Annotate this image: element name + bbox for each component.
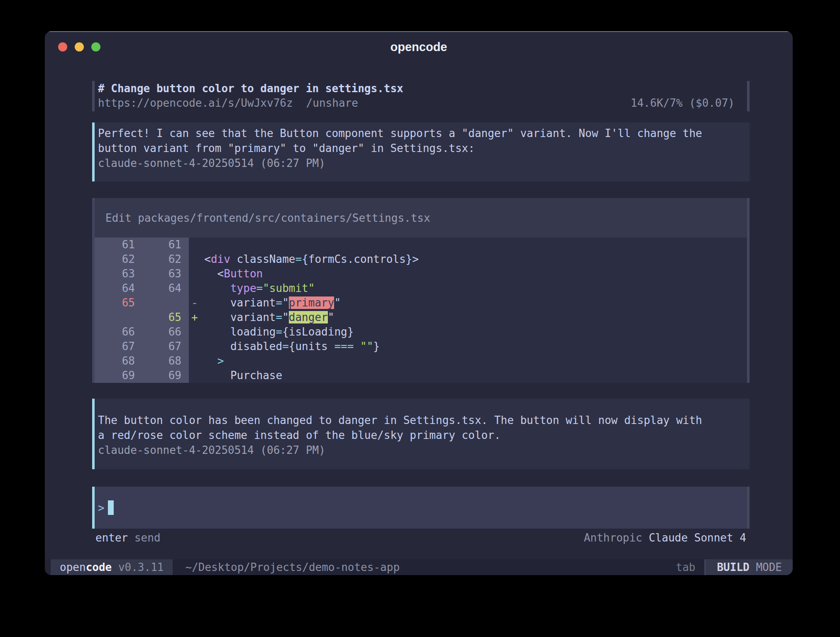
message-line: button variant from "primary" to "danger…: [92, 141, 750, 156]
diff-row: 6666 loading={isLoading}: [95, 325, 747, 339]
message-line: The button color has been changed to dan…: [92, 413, 750, 428]
session-title: # Change button color to danger in setti…: [92, 81, 750, 96]
diff-row: 6363 <Button: [95, 267, 747, 281]
session-header: # Change button color to danger in setti…: [92, 81, 750, 111]
diff-row: 6767 disabled={units === ""}: [95, 339, 747, 354]
diff-marker: -: [191, 296, 198, 310]
diff-old-line-number: 63: [95, 267, 135, 281]
message-line: Perfect! I can see that the Button compo…: [92, 126, 750, 141]
diff-gutter-pad: [181, 310, 189, 325]
code-segment: variant: [191, 296, 276, 309]
code-segment: =: [276, 326, 283, 338]
diff-old-line-number: 62: [95, 252, 135, 267]
code-segment: >: [217, 355, 224, 367]
diff-row: 65- variant="primary": [95, 296, 747, 310]
diff-right-rule: [747, 198, 750, 383]
prompt-input[interactable]: >: [92, 487, 750, 529]
code-segment: =: [256, 282, 263, 294]
diff-old-line-number: 66: [95, 325, 135, 339]
diff-code-line: - variant="primary": [189, 296, 747, 310]
diff-new-line-number: 64: [135, 281, 181, 296]
diff-gutter-pad: [181, 325, 189, 339]
code-segment: [191, 355, 217, 367]
diff-new-line-number: 66: [135, 325, 181, 339]
diff-old-line-number: 65: [95, 296, 135, 310]
session-spacer: [358, 96, 631, 110]
code-segment: variant: [191, 311, 276, 323]
working-directory: ~/Desktop/Projects/demo-notes-app: [185, 559, 400, 575]
diff-new-line-number: 67: [135, 339, 181, 354]
assistant-message: The button color has been changed to dan…: [92, 399, 750, 469]
code-segment: =: [282, 340, 289, 353]
diff-gutter-pad: [181, 296, 189, 310]
diff-row: 65+ variant="danger": [95, 310, 747, 325]
app-version: v0.3.11: [112, 561, 164, 573]
code-segment: "": [360, 340, 373, 353]
context-stats: 14.6K/7% ($0.07): [631, 96, 735, 110]
mode-suffix: MODE: [756, 561, 782, 573]
message-accent-bar: [92, 122, 95, 181]
unshare-command[interactable]: /unshare: [306, 96, 358, 110]
hint-row: enter send Anthropic Claude Sonnet 4: [92, 530, 750, 545]
code-segment: danger: [289, 311, 328, 323]
diff-code-line: loading={isLoading}: [189, 325, 747, 339]
diff-old-line-number: [95, 310, 135, 325]
code-segment: loading: [191, 326, 276, 338]
app-version-chip: opencode v0.3.11: [51, 559, 173, 575]
code-segment: type: [230, 282, 256, 294]
code-segment: Button: [224, 267, 263, 280]
diff-row: 6868 >: [95, 354, 747, 368]
code-segment: =: [295, 253, 302, 265]
session-right-rule: [747, 81, 750, 111]
diff-marker: +: [191, 310, 198, 325]
hints-spacer: [161, 530, 584, 545]
code-segment: }: [373, 340, 380, 353]
diff-gutter-pad: [181, 267, 189, 281]
code-segment: [354, 340, 360, 353]
diff-left-rule: [92, 198, 95, 383]
build-mode-badge: BUILD MODE: [706, 559, 793, 575]
diff-gutter-pad: [181, 281, 189, 296]
app-name: open: [60, 561, 86, 573]
opencode-terminal-window: opencode # Change button color to danger…: [45, 31, 793, 575]
statusbar-spacer: [400, 559, 676, 575]
diff-gutter-pad: [181, 252, 189, 267]
diff-old-line-number: 68: [95, 354, 135, 368]
diff-old-line-number: 67: [95, 339, 135, 354]
message-accent-bar: [92, 399, 95, 469]
code-segment: Purchase: [191, 369, 282, 382]
model-name: Claude Sonnet 4: [649, 530, 746, 545]
code-segment: <: [191, 253, 211, 265]
diff-gutter-pad: [181, 238, 189, 252]
code-segment: {units: [289, 340, 335, 353]
input-right-rule: [747, 487, 750, 529]
code-segment: disabled: [191, 340, 282, 353]
diff-table: 61616262 <div className={formCs.controls…: [95, 238, 747, 383]
diff-row: 6969 Purchase: [95, 368, 747, 383]
diff-new-line-number: 68: [135, 354, 181, 368]
code-segment: div: [211, 253, 230, 265]
app-name-bold: code: [86, 561, 112, 573]
code-segment: "submit": [263, 282, 315, 294]
mode-label: BUILD: [717, 561, 756, 573]
session-left-rule: [92, 81, 95, 111]
message-line: a red/rose color scheme instead of the b…: [92, 428, 750, 443]
code-segment: {isLoading}: [282, 326, 354, 338]
code-segment: =: [276, 311, 283, 323]
diff-row: 6161: [95, 238, 747, 252]
code-segment: className: [230, 253, 295, 265]
diff-gutter-pad: [181, 339, 189, 354]
message-meta: claude-sonnet-4-20250514 (06:27 PM): [92, 443, 750, 458]
diff-code-line: >: [189, 354, 747, 368]
diff-code-line: disabled={units === ""}: [189, 339, 747, 354]
code-segment: =: [276, 296, 283, 309]
input-accent-bar: [92, 487, 95, 529]
message-meta: claude-sonnet-4-20250514 (06:27 PM): [92, 156, 750, 171]
diff-new-line-number: 62: [135, 252, 181, 267]
diff-code-line: + variant="danger": [189, 310, 747, 325]
diff-code-line: <Button: [189, 267, 747, 281]
diff-code-line: Purchase: [189, 368, 747, 383]
diff-code-line: [189, 238, 747, 252]
code-segment: primary: [289, 296, 335, 309]
share-url-link[interactable]: https://opencode.ai/s/UwJxv76z: [98, 96, 293, 110]
